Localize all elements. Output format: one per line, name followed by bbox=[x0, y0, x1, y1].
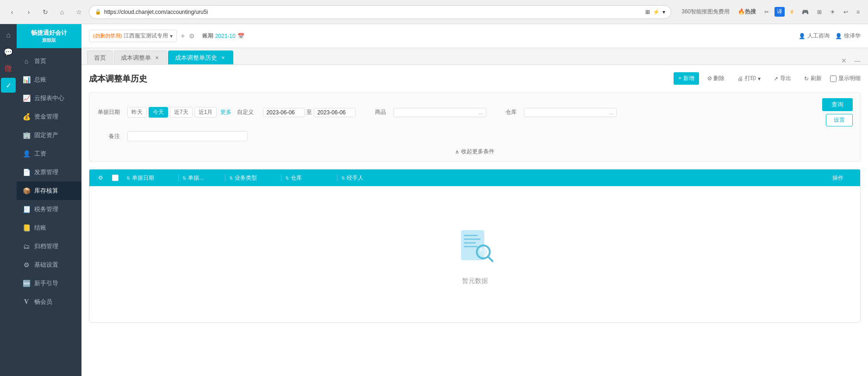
query-btn[interactable]: 查询 bbox=[822, 98, 853, 111]
warehouse-more-icon[interactable]: ... bbox=[609, 109, 613, 116]
avatar-icon: 👤 bbox=[835, 33, 842, 39]
minimize-btn[interactable]: — bbox=[852, 57, 862, 64]
hot-search[interactable]: 🔥热搜 bbox=[735, 7, 759, 17]
th-col-date[interactable]: ⇅ 单据日期 bbox=[123, 174, 178, 182]
btn-yesterday[interactable]: 昨天 bbox=[127, 107, 147, 118]
menu-btn[interactable]: ≡ bbox=[854, 8, 862, 16]
delete-btn[interactable]: ⊘ 删除 bbox=[703, 72, 729, 85]
grid-btn[interactable]: ⊞ bbox=[814, 8, 824, 16]
bolt-icon[interactable]: ⚡ bbox=[653, 9, 660, 15]
sidebar-item-assets[interactable]: 🏢 固定资产 bbox=[17, 126, 81, 144]
th-col-operator[interactable]: ⇅ 经手人 bbox=[337, 174, 393, 182]
setting-btn[interactable]: 设置 bbox=[826, 114, 853, 126]
sidebar-item-guide[interactable]: 🆕 新手引导 bbox=[17, 274, 81, 293]
collapse-btn[interactable]: ∧ 收起更多条件 bbox=[455, 148, 494, 156]
btn-today[interactable]: 今天 bbox=[149, 107, 168, 118]
icon-bar-active[interactable]: ✓ bbox=[1, 78, 16, 93]
icon-bar-chat[interactable]: 💬 bbox=[1, 44, 16, 59]
scissor-btn[interactable]: ✂ bbox=[762, 8, 772, 16]
sidebar-item-home[interactable]: ⌂ 首页 bbox=[17, 52, 81, 70]
page-actions: + 新增 ⊘ 删除 🖨 打印 ▾ ↗ 导出 ↻ 刷新 bbox=[674, 72, 861, 85]
sidebar-label-funds: 资金管理 bbox=[34, 113, 58, 121]
refresh-button[interactable]: ↻ bbox=[39, 6, 52, 19]
remark-input[interactable] bbox=[127, 131, 248, 141]
icon-bar-weibo[interactable]: 微 bbox=[1, 61, 16, 76]
sidebar-item-member[interactable]: V 畅会员 bbox=[17, 293, 81, 311]
btn-week7[interactable]: 近7天 bbox=[170, 107, 193, 118]
col-biztype-label: 业务类型 bbox=[235, 174, 257, 182]
filter-date-range: 至 bbox=[263, 108, 356, 117]
top-bar-right: 👤 人工咨询 👤 徐泽华 bbox=[799, 32, 861, 40]
service-btn[interactable]: 👤 人工咨询 bbox=[799, 32, 830, 40]
filter-date-label: 单据日期 bbox=[97, 108, 120, 116]
back-button[interactable]: ‹ bbox=[6, 6, 19, 19]
th-col-biztype[interactable]: ⇅ 业务类型 bbox=[225, 174, 281, 182]
home-button[interactable]: ⌂ bbox=[56, 6, 69, 19]
address-bar[interactable]: 🔒 https://cloud.chanjet.com/accounting/u… bbox=[89, 5, 671, 19]
sidebar-label-invoice: 发票管理 bbox=[34, 168, 58, 176]
coin-btn[interactable]: ¥ bbox=[787, 8, 796, 16]
sidebar-item-settings[interactable]: ⚙ 基础设置 bbox=[17, 256, 81, 274]
date-to-input[interactable] bbox=[314, 108, 356, 117]
print-label: 打印 bbox=[745, 75, 756, 82]
btn-month1[interactable]: 近1月 bbox=[194, 107, 217, 118]
refresh-btn[interactable]: ↻ 刷新 bbox=[799, 72, 826, 85]
sidebar-item-inventory[interactable]: 📦 库存核算 bbox=[17, 182, 81, 200]
btn-custom[interactable]: 自定义 bbox=[235, 107, 256, 117]
th-col-num[interactable]: ⇅ 单据... bbox=[179, 174, 225, 182]
calendar-icon[interactable]: 📅 bbox=[237, 33, 244, 39]
tab-home[interactable]: 首页 bbox=[87, 50, 113, 64]
th-col-settings[interactable]: ⚙ bbox=[93, 175, 108, 181]
th-col-ops: 操作 bbox=[829, 174, 856, 182]
print-dropdown-icon[interactable]: ▾ bbox=[758, 75, 761, 82]
user-avatar[interactable]: 👤 徐泽华 bbox=[835, 32, 861, 40]
company-settings-icon[interactable]: ⚙ bbox=[189, 32, 195, 40]
company-selector[interactable]: (勿删勿禁用) 江西服宝测试专用 ▾ bbox=[89, 30, 177, 42]
dropdown-icon[interactable]: ▾ bbox=[662, 9, 665, 15]
th-col-checkbox[interactable] bbox=[108, 175, 123, 181]
sidebar-item-ledger[interactable]: 📊 总账 bbox=[17, 70, 81, 89]
close-window-btn[interactable]: ✕ bbox=[837, 57, 850, 64]
sidebar-item-reports[interactable]: 📈 云报表中心 bbox=[17, 89, 81, 107]
tab-cost-adjust-history[interactable]: 成本调整单历史 × bbox=[168, 50, 233, 64]
tab-cost-adjust[interactable]: 成本调整单 × bbox=[114, 50, 167, 64]
sidebar-item-invoice[interactable]: 📄 发票管理 bbox=[17, 163, 81, 182]
filter-product-select[interactable]: ... bbox=[393, 108, 486, 117]
star-button[interactable]: ☆ bbox=[72, 6, 85, 19]
sidebar-label-guide: 新手引导 bbox=[34, 279, 58, 288]
filter-warehouse-select[interactable]: ... bbox=[524, 108, 617, 117]
col-date-label: 单据日期 bbox=[132, 174, 154, 182]
product-more-icon[interactable]: ... bbox=[478, 109, 483, 116]
icon-bar-home[interactable]: ⌂ bbox=[1, 28, 16, 43]
period-value: 2021-10 bbox=[215, 33, 236, 39]
translate-btn[interactable]: 译 bbox=[774, 7, 785, 17]
undo-btn[interactable]: ↩ bbox=[841, 8, 851, 16]
tab-cost-adjust-history-close[interactable]: × bbox=[220, 55, 226, 61]
sidebar-label-member: 畅会员 bbox=[34, 298, 52, 306]
display-toggle[interactable]: 显示明细 bbox=[830, 75, 861, 82]
theme-btn[interactable]: ☀ bbox=[827, 8, 838, 16]
header-checkbox[interactable] bbox=[112, 175, 119, 181]
tab-cost-adjust-close[interactable]: × bbox=[154, 55, 160, 61]
empty-state: 暂元数据 bbox=[89, 186, 860, 322]
user-name: 徐泽华 bbox=[844, 32, 861, 40]
export-btn[interactable]: ↗ 导出 bbox=[769, 72, 796, 85]
filter-row-1: 单据日期 昨天 今天 近7天 近1月 更多 自定义 至 bbox=[97, 98, 853, 126]
sidebar-item-tax[interactable]: 🧾 税务管理 bbox=[17, 200, 81, 219]
search-box[interactable]: 360智能抠图免费用 bbox=[679, 7, 732, 17]
print-btn[interactable]: 🖨 打印 ▾ bbox=[733, 72, 765, 85]
forward-button[interactable]: › bbox=[22, 6, 35, 19]
new-btn[interactable]: + 新增 bbox=[674, 72, 699, 85]
company-dropdown-icon: ▾ bbox=[170, 33, 173, 39]
sidebar-item-archive[interactable]: 🗂 归档管理 bbox=[17, 237, 81, 256]
th-col-warehouse[interactable]: ⇅ 仓库 bbox=[281, 174, 337, 182]
extensions-icon[interactable]: ⊞ bbox=[645, 9, 650, 15]
display-toggle-checkbox[interactable] bbox=[830, 75, 837, 82]
btn-more[interactable]: 更多 bbox=[219, 107, 233, 117]
date-from-input[interactable] bbox=[263, 108, 305, 117]
game-btn[interactable]: 🎮 bbox=[799, 8, 812, 16]
add-company-btn[interactable]: + bbox=[181, 32, 185, 40]
sidebar-item-funds[interactable]: 💰 资金管理 bbox=[17, 107, 81, 126]
sidebar-item-salary[interactable]: 👤 工资 bbox=[17, 144, 81, 163]
sidebar-item-close[interactable]: 📒 结账 bbox=[17, 219, 81, 237]
